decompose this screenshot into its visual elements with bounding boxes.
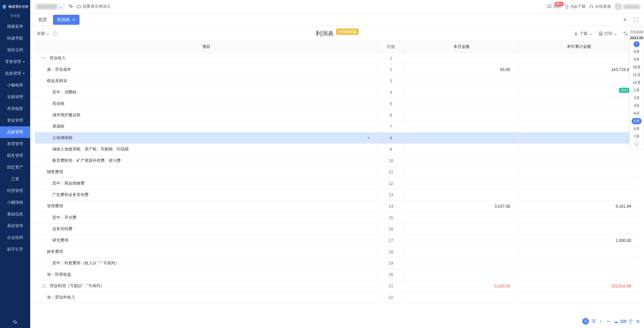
cell-month: 65.95 [405, 64, 519, 75]
table-row[interactable]: 教育费附加、矿产资源补偿费、排污费10 [35, 155, 639, 167]
sidebar-item[interactable]: 固定资产 [0, 161, 30, 173]
download-button[interactable]: 下载 ⌄ [574, 31, 592, 37]
sidebar-item[interactable]: 基础信息 [0, 208, 30, 220]
ime-user-icon[interactable]: 王 [582, 318, 589, 325]
sidebar-item[interactable]: 快捷导航 [0, 32, 30, 44]
table-row[interactable]: 一、营业收入1 [35, 53, 639, 64]
table-row[interactable]: 减：营业成本265.95143,728.95 [35, 64, 639, 75]
table-row[interactable]: 土地增值税✎8 [35, 132, 639, 144]
org-selector[interactable]: ⌄ [34, 4, 65, 10]
sidebar-item[interactable]: 批发管理▼ [0, 68, 30, 79]
table-row[interactable]: 财务费用18 [35, 246, 639, 258]
sidebar-item[interactable]: 库存核算 [0, 103, 30, 115]
close-all-tabs-button[interactable]: ✕ [621, 15, 629, 24]
month-item[interactable]: 1月 [632, 87, 641, 93]
cell-project: 二、营业利润（亏损以" - "号填列） [35, 280, 378, 291]
table-row[interactable]: 广告费和业务宣传费13 [35, 189, 639, 201]
table-row[interactable]: 管理费用143,037.089,181.94 [35, 201, 639, 212]
month-item[interactable]: 5月 [632, 118, 641, 124]
sidebar-item[interactable]: 新手引导 [0, 244, 30, 255]
cell-month: 3,037.08 [405, 201, 519, 212]
table-row[interactable]: 城市维护建设税6 [35, 110, 639, 121]
sidebar-item[interactable]: 系统管理 [0, 220, 30, 232]
sidebar-item[interactable]: 小畅电商 [0, 79, 30, 91]
table-row[interactable]: 其中：消费税4 [35, 87, 639, 98]
table-row[interactable]: 城镇土地使用税、房产税、车船税、印花税9 [35, 144, 639, 155]
sidebar-item[interactable]: 资金管理 [0, 115, 30, 126]
cell-line: 10 [378, 155, 405, 166]
sidebar-item[interactable]: 搜索菜单 [0, 21, 30, 32]
cell-line: 20 [378, 269, 405, 280]
tab-home[interactable]: 首页 [34, 15, 51, 25]
month-item[interactable]: 4月 [632, 110, 641, 117]
month-item[interactable]: 6月 [632, 126, 641, 132]
month-item[interactable]: 7月 [632, 133, 641, 140]
month-selector-panel: 月份选择 2023.05 ⌃ 8月9月10月11月12月1月2月3月4月5月6月… [629, 27, 644, 149]
cell-year: 1,000.00 [519, 235, 639, 246]
table-row[interactable]: 研究费用171,000.00 [35, 235, 639, 246]
table-row[interactable]: 其中：商品维修费12 [35, 178, 639, 189]
print-button[interactable]: 打印 ⌄ [598, 31, 617, 37]
table-row[interactable]: 销售费用11 [35, 167, 639, 178]
user-menu[interactable] [614, 3, 640, 10]
tab-profit-report[interactable]: 利润表 ✕ [53, 15, 79, 25]
sidebar-item[interactable]: 总账管理 [0, 126, 30, 138]
table-row[interactable]: 加：投资收益20 [35, 269, 639, 280]
sidebar-item[interactable]: 发票管理 [0, 138, 30, 150]
month-item[interactable]: 12月 [631, 79, 642, 86]
ime-lang-icon[interactable]: 英 [591, 319, 596, 324]
table-row[interactable]: 营业税5 [35, 98, 639, 110]
filter-dropdown[interactable]: 全部 ⌄ ? [37, 31, 58, 37]
settings-icon[interactable] [68, 4, 73, 9]
sidebar-item[interactable]: 工资 [0, 173, 30, 185]
status-badge: 未结转损益 [336, 28, 359, 35]
cell-year [519, 269, 639, 280]
month-item[interactable]: 2月 [632, 95, 641, 101]
messages-button[interactable]: 消息 99 + [547, 4, 561, 9]
month-item[interactable]: 9月 [632, 56, 641, 63]
month-item[interactable]: 3月 [632, 103, 641, 109]
gear-icon[interactable] [13, 320, 17, 324]
sidebar-item[interactable]: 企业协同 [0, 232, 30, 244]
sidebar-item[interactable]: 税务管理 [0, 150, 30, 161]
table-row[interactable]: 其中：利息费用（收入以 "-" 号填列）19 [35, 258, 639, 269]
keyboard-icon[interactable]: ⌨ [621, 319, 626, 324]
skin-icon[interactable]: 👕 [628, 319, 633, 324]
close-icon[interactable]: ✕ [72, 17, 75, 22]
sidebar-item[interactable]: 零售管理▼ [0, 56, 30, 68]
cell-line: 7 [378, 121, 405, 132]
table-row[interactable]: 业务招待费16 [35, 223, 639, 235]
month-prev-button[interactable]: ⌃ [634, 41, 640, 47]
table-row[interactable]: 资源税7 [35, 121, 639, 132]
online-service-button[interactable]: 在线客服 [589, 4, 611, 9]
report-title: 利润表 [316, 29, 334, 38]
cell-year [519, 75, 639, 86]
cell-month: -3,103.03 [405, 280, 519, 291]
download-label: App下载 [571, 4, 586, 9]
sidebar-item[interactable]: 小畅报销 [0, 197, 30, 208]
ime-punct-icon[interactable]: •, [598, 319, 604, 324]
settings-icon[interactable]: ⚙ [635, 319, 641, 324]
edit-icon[interactable]: ✎ [367, 136, 371, 140]
month-item[interactable]: 8月 [632, 49, 641, 55]
month-item[interactable]: 10月 [631, 64, 642, 70]
sidebar-item[interactable]: 采购管理 [0, 91, 30, 103]
sidebar-item[interactable]: 经营管理 [0, 185, 30, 197]
cloud-icon[interactable]: ☁ [613, 319, 619, 324]
table-row[interactable]: 加：营业外收入22 [35, 292, 639, 303]
month-next-button[interactable]: ⌄ [634, 141, 640, 147]
cell-project: 业务招待费 [35, 223, 378, 235]
app-download-button[interactable]: App下载 [565, 4, 586, 9]
fullscreen-button[interactable]: ⛶ [631, 15, 640, 24]
sidebar-item[interactable]: 项目合同 [0, 44, 30, 56]
scissors-icon[interactable]: ✂ [606, 319, 611, 324]
table-row[interactable]: 二、营业利润（亏损以" - "号填列）21-3,103.03-152,910.8… [35, 280, 639, 292]
month-item[interactable]: 11月 [631, 72, 642, 78]
help-icon[interactable]: ? [53, 31, 58, 36]
sidebar-item-label: 小畅电商 [7, 82, 23, 88]
demo-link[interactable]: 我要看实例演示 [76, 4, 111, 9]
table-row[interactable]: 税金及附加3 [35, 75, 639, 87]
month-panel-title: 月份选择 [630, 30, 643, 35]
cell-year [519, 132, 639, 143]
table-row[interactable]: 其中：开办费15 [35, 212, 639, 223]
